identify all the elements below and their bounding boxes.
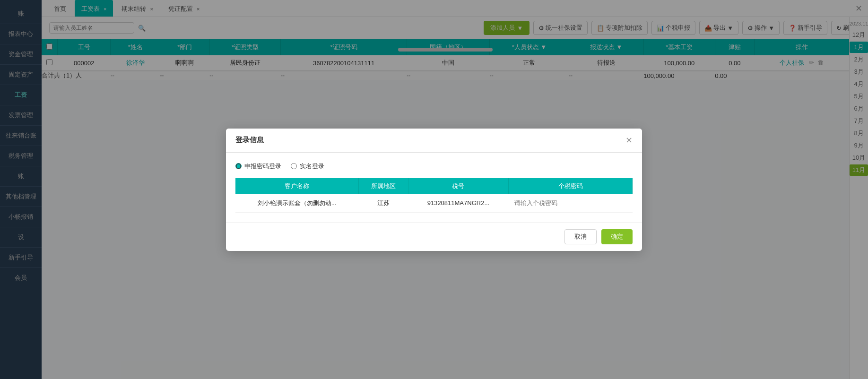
col-region: 所属地区	[358, 178, 408, 194]
col-client-name: 客户名称	[235, 178, 358, 194]
radio-realname-input[interactable]	[291, 163, 297, 169]
radio-password-input[interactable]	[235, 163, 242, 169]
col-tax-pwd: 个税密码	[509, 178, 633, 194]
login-info-table: 客户名称 所属地区 税号 个税密码	[235, 178, 633, 213]
col-tax-no: 税号	[408, 178, 508, 194]
modal-title: 登录信息	[235, 136, 264, 145]
tax-password-input[interactable]	[514, 199, 627, 207]
cancel-button[interactable]: 取消	[564, 229, 597, 244]
modal-body: 申报密码登录 实名登录 客户名称 所属地区	[226, 153, 642, 222]
login-table-header: 客户名称 所属地区 税号 个税密码	[235, 178, 633, 194]
modal-close-button[interactable]: ✕	[625, 135, 633, 146]
modal-overlay: 登录信息 ✕ 申报密码登录 实名登录 客户名称	[0, 0, 868, 379]
cell-tax-pwd	[509, 194, 633, 213]
modal-footer: 取消 确定	[226, 222, 642, 251]
login-table-row: 刘小艳演示账套（勿删勿动... 江苏 91320811MA7NGR2...	[235, 194, 633, 213]
cell-region: 江苏	[358, 194, 408, 213]
modal-header: 登录信息 ✕	[226, 129, 642, 153]
cell-client-name: 刘小艳演示账套（勿删勿动...	[235, 194, 358, 213]
login-method-radios: 申报密码登录 实名登录	[235, 162, 633, 171]
radio-realname-login[interactable]: 实名登录	[291, 162, 324, 171]
radio-password-login[interactable]: 申报密码登录	[235, 162, 281, 171]
cell-tax-no: 91320811MA7NGR2...	[408, 194, 508, 213]
confirm-button[interactable]: 确定	[601, 229, 633, 244]
login-info-modal: 登录信息 ✕ 申报密码登录 实名登录 客户名称	[226, 129, 642, 251]
